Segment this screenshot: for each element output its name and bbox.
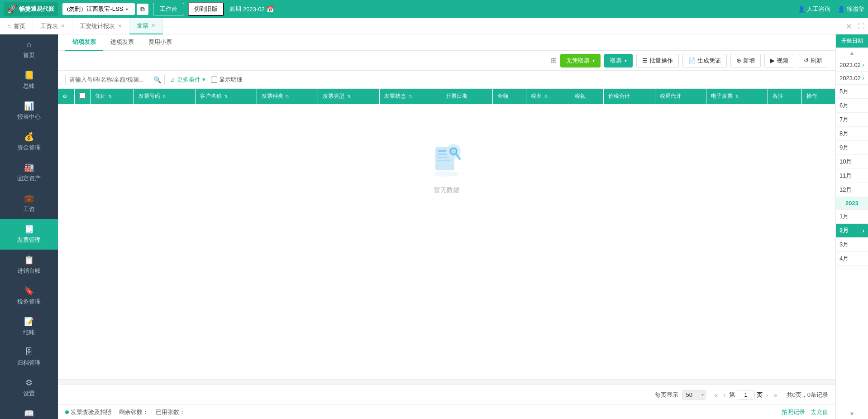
get-ticket-label: 取票 <box>610 57 622 65</box>
sidebar-item-home[interactable]: ⌂ 首页 <box>0 34 58 65</box>
last-page-button[interactable]: » <box>772 391 779 399</box>
period-item-7[interactable]: 7月 <box>836 113 868 127</box>
period-item-2023-3[interactable]: 3月 <box>836 238 868 252</box>
close-all-tabs-icon[interactable]: ✕ <box>846 22 852 30</box>
more-conditions-button[interactable]: ⊿ 更多条件 ▾ <box>170 76 205 84</box>
sidebar-item-tax[interactable]: 🔖 税务管理 <box>0 280 58 311</box>
open-period-header[interactable]: 开账日期 <box>836 34 868 48</box>
period-item-2023-2[interactable]: 2月 › <box>836 224 868 238</box>
switch-version-button[interactable]: 切到旧版 <box>188 2 224 16</box>
new-button[interactable]: ⊕ 新增 <box>730 54 761 67</box>
period-item-12[interactable]: 12月 <box>836 183 868 197</box>
batch-ops-button[interactable]: ☰ 批量操作 <box>636 54 679 67</box>
page-number-input[interactable] <box>737 390 755 400</box>
tab-home[interactable]: ⌂ 首页 <box>0 18 33 34</box>
tab-salary-stat-label: 工资统计报表 <box>80 22 115 30</box>
period-item-6[interactable]: 6月 <box>836 99 868 113</box>
no-voucher-button[interactable]: 无凭取票 ▾ <box>560 54 601 67</box>
salary-icon: 💼 <box>24 193 34 203</box>
search-input[interactable] <box>65 74 165 85</box>
logo-text: 畅捷通易代账 <box>19 5 54 13</box>
sidebar-item-salary[interactable]: 💼 工资 <box>0 188 58 219</box>
sort-icon-invoice-type[interactable]: ⇅ <box>286 94 289 99</box>
inner-tab-sales[interactable]: 销项发票 <box>65 34 103 51</box>
copy-button[interactable]: ⧉ <box>137 4 148 15</box>
recharge-link[interactable]: 去充值 <box>811 408 828 416</box>
toolbar: ⊞ 无凭取票 ▾ 取票 ▾ ☰ 批量操作 📄 生成凭证 ⊕ 新增 ▶ <box>58 51 835 71</box>
period-scroll-up-button[interactable]: ▲ <box>836 48 868 58</box>
sidebar-item-report[interactable]: 📊 报表中心 <box>0 96 58 126</box>
sort-icon-invoice-no[interactable]: ⇅ <box>162 94 166 99</box>
get-ticket-button[interactable]: 取票 ▾ <box>604 54 633 67</box>
inner-tab-purchase[interactable]: 进项发票 <box>103 34 141 51</box>
sidebar-item-funds[interactable]: 💰 资金管理 <box>0 126 58 157</box>
support-button[interactable]: 👤 人工咨询 <box>798 5 830 13</box>
tab-invoice-close-icon[interactable]: ✕ <box>151 23 155 29</box>
photo-record-link[interactable]: 拍照记录 <box>782 408 805 416</box>
sidebar-item-sales[interactable]: 📋 进销台账 <box>0 250 58 280</box>
select-all-checkbox[interactable] <box>79 92 86 99</box>
gen-voucher-button[interactable]: 📄 生成凭证 <box>682 54 727 67</box>
video-button[interactable]: ▶ 视频 <box>764 54 794 67</box>
period-item-10[interactable]: 10月 <box>836 155 868 169</box>
first-page-button[interactable]: « <box>713 391 720 399</box>
period-item-5[interactable]: 5月 <box>836 85 868 99</box>
sidebar-item-assets[interactable]: 🏭 固定资产 <box>0 157 58 188</box>
company-name: (勿删）江西股宝-LSS <box>67 5 123 13</box>
sidebar-item-settings[interactable]: ⚙ 设置 <box>0 372 58 403</box>
inner-tab-expense[interactable]: 费用小票 <box>141 34 179 51</box>
period-item-top1[interactable]: 2023.02 › <box>836 58 868 72</box>
page-size-select[interactable]: 50 10 20 100 <box>682 390 706 400</box>
sidebar-item-guide[interactable]: 📖 新手引导 <box>0 403 58 419</box>
calendar-icon[interactable]: 📅 <box>267 6 274 13</box>
tab-salary-close-icon[interactable]: ✕ <box>61 23 65 29</box>
sidebar-item-ledger[interactable]: 📒 总账 <box>0 65 58 96</box>
expand-tabs-icon[interactable]: ⛶ <box>858 23 864 30</box>
period-scroll-down-button[interactable]: ▼ <box>836 408 868 419</box>
period-item-9[interactable]: 9月 <box>836 141 868 155</box>
workbench-button[interactable]: 工作台 <box>153 3 184 15</box>
col-checkbox[interactable] <box>74 89 90 104</box>
search-wrap: 🔍 <box>65 74 165 85</box>
col-setting[interactable]: ⚙ <box>58 89 74 104</box>
company-selector[interactable]: (勿删）江西股宝-LSS ▾ <box>62 3 135 15</box>
used-label: 已用张数： <box>156 408 185 416</box>
sidebar-item-archive[interactable]: 🗄 归档管理 <box>0 342 58 372</box>
period-5-label: 5月 <box>839 87 849 96</box>
verify-label: 发票查验及拍照 <box>71 408 112 416</box>
page-navigation: « ‹ 第 页 › » <box>713 390 779 400</box>
next-page-button[interactable]: › <box>764 391 770 399</box>
prev-page-button[interactable]: ‹ <box>721 391 727 399</box>
period-item-8[interactable]: 8月 <box>836 127 868 141</box>
refresh-button[interactable]: ↺ 刷新 <box>798 54 828 67</box>
tab-salary-stat[interactable]: 工资统计报表 ✕ <box>72 18 129 34</box>
top-right: 👤 人工咨询 👤 徐溢华 <box>798 5 864 13</box>
column-settings-icon[interactable]: ⊞ <box>551 56 557 65</box>
sort-icon-tax-rate[interactable]: ⇅ <box>544 94 548 99</box>
period-item-11[interactable]: 11月 <box>836 169 868 183</box>
show-detail-checkbox[interactable] <box>211 77 217 83</box>
period-item-top2[interactable]: 2023.02 › <box>836 72 868 85</box>
content-area: 销项发票 进项发票 费用小票 ⊞ 无凭取票 ▾ 取票 ▾ ☰ 批量操作 <box>58 34 835 419</box>
period-item-2023-1[interactable]: 1月 <box>836 210 868 224</box>
tab-salary[interactable]: 工资表 ✕ <box>33 18 72 34</box>
sort-icon-customer[interactable]: ⇅ <box>224 94 228 99</box>
col-customer: 客户名称 ⇅ <box>195 89 257 104</box>
invoice-table: ⚙ 凭证 ⇅ 发票号码 ⇅ 客户名称 ⇅ 发票种类 ⇅ 发票类型 ⇅ 发票状态 … <box>58 89 835 104</box>
col-tax-code: 税局代开 <box>655 89 706 104</box>
tab-invoice[interactable]: 发票 ✕ <box>129 18 163 34</box>
sort-icon-electronic[interactable]: ⇅ <box>735 94 739 99</box>
sidebar-item-invoice-mgmt[interactable]: 🧾 发票管理 <box>0 219 58 250</box>
sort-icon-invoice-status[interactable]: ⇅ <box>409 94 412 99</box>
sidebar-item-settlement[interactable]: 📝 结账 <box>0 311 58 342</box>
period-item-2023-4[interactable]: 4月 <box>836 252 868 266</box>
sort-icon-voucher[interactable]: ⇅ <box>108 94 112 99</box>
show-detail-toggle[interactable]: 显示明细 <box>211 76 243 84</box>
sort-icon-invoice-category[interactable]: ⇅ <box>347 94 351 99</box>
table-horizontal-scrollbar[interactable] <box>58 379 835 385</box>
tab-salary-label: 工资表 <box>40 22 58 30</box>
period-8-label: 8月 <box>839 130 849 138</box>
period-2023-4-label: 4月 <box>839 255 849 263</box>
tab-salary-stat-close-icon[interactable]: ✕ <box>118 23 122 29</box>
user-menu[interactable]: 👤 徐溢华 <box>838 5 864 13</box>
